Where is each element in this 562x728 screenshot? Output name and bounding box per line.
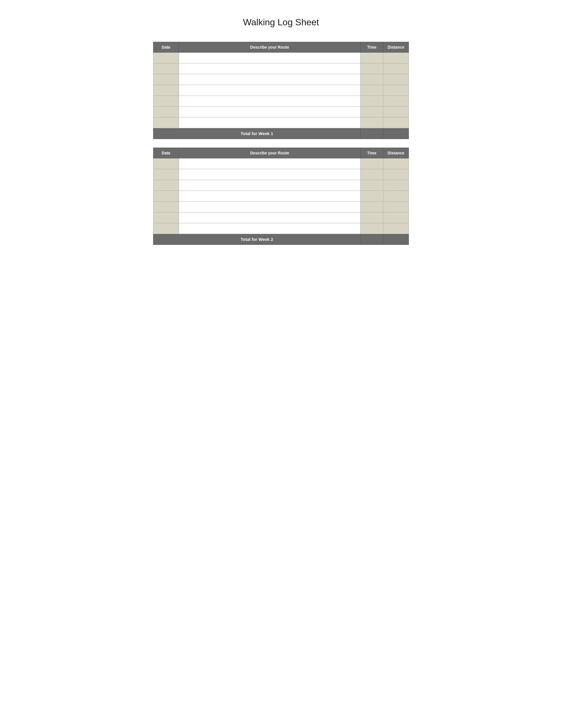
time-cell[interactable]	[360, 74, 383, 85]
week2-total-label: Total for Week 2	[154, 234, 360, 245]
route-cell[interactable]	[179, 169, 360, 180]
table-row	[154, 74, 409, 85]
table-row	[154, 107, 409, 117]
distance-cell[interactable]	[383, 158, 409, 169]
table-row	[154, 212, 409, 223]
time-cell[interactable]	[360, 169, 383, 180]
week2-header-date: Date	[154, 148, 179, 158]
week1-header-date: Date	[154, 42, 179, 53]
week2-header-route: Describe your Route	[179, 148, 360, 158]
table-row	[154, 96, 409, 107]
distance-cell[interactable]	[383, 96, 409, 107]
distance-cell[interactable]	[383, 223, 409, 234]
week2-header-distance: Distance	[383, 148, 409, 158]
week1-header-route: Describe your Route	[179, 42, 360, 53]
route-cell[interactable]	[179, 191, 360, 202]
date-cell[interactable]	[154, 117, 179, 128]
time-cell[interactable]	[360, 53, 383, 63]
date-cell[interactable]	[154, 212, 179, 223]
date-cell[interactable]	[154, 63, 179, 74]
date-cell[interactable]	[154, 107, 179, 117]
week2-header-row: Date Describe your Route Time Distance	[154, 148, 409, 158]
time-cell[interactable]	[360, 96, 383, 107]
date-cell[interactable]	[154, 180, 179, 191]
week1-total-time[interactable]	[360, 128, 383, 139]
table-row	[154, 63, 409, 74]
time-cell[interactable]	[360, 180, 383, 191]
table-row	[154, 85, 409, 96]
distance-cell[interactable]	[383, 169, 409, 180]
table-row	[154, 53, 409, 63]
time-cell[interactable]	[360, 158, 383, 169]
week1-total-row: Total for Week 1	[154, 128, 409, 139]
table-row	[154, 191, 409, 202]
time-cell[interactable]	[360, 191, 383, 202]
date-cell[interactable]	[154, 96, 179, 107]
date-cell[interactable]	[154, 223, 179, 234]
week2-total-time[interactable]	[360, 234, 383, 245]
distance-cell[interactable]	[383, 85, 409, 96]
route-cell[interactable]	[179, 117, 360, 128]
week2-total-distance[interactable]	[383, 234, 409, 245]
distance-cell[interactable]	[383, 63, 409, 74]
table-row	[154, 180, 409, 191]
time-cell[interactable]	[360, 202, 383, 212]
route-cell[interactable]	[179, 74, 360, 85]
distance-cell[interactable]	[383, 74, 409, 85]
distance-cell[interactable]	[383, 180, 409, 191]
distance-cell[interactable]	[383, 107, 409, 117]
route-cell[interactable]	[179, 63, 360, 74]
route-cell[interactable]	[179, 202, 360, 212]
table-row	[154, 158, 409, 169]
page: Walking Log Sheet Date Describe your Rou…	[153, 17, 409, 253]
date-cell[interactable]	[154, 202, 179, 212]
week2-total-row: Total for Week 2	[154, 234, 409, 245]
week1-total-distance[interactable]	[383, 128, 409, 139]
date-cell[interactable]	[154, 158, 179, 169]
table-row	[154, 117, 409, 128]
week1-table: Date Describe your Route Time Distance	[153, 42, 409, 139]
route-cell[interactable]	[179, 85, 360, 96]
date-cell[interactable]	[154, 53, 179, 63]
route-cell[interactable]	[179, 212, 360, 223]
week1-header-row: Date Describe your Route Time Distance	[154, 42, 409, 53]
page-title: Walking Log Sheet	[153, 17, 409, 28]
week2-header-time: Time	[360, 148, 383, 158]
route-cell[interactable]	[179, 180, 360, 191]
distance-cell[interactable]	[383, 212, 409, 223]
time-cell[interactable]	[360, 223, 383, 234]
week2-table: Date Describe your Route Time Distance	[153, 148, 409, 245]
distance-cell[interactable]	[383, 53, 409, 63]
date-cell[interactable]	[154, 169, 179, 180]
time-cell[interactable]	[360, 107, 383, 117]
table-row	[154, 223, 409, 234]
table-row	[154, 202, 409, 212]
date-cell[interactable]	[154, 191, 179, 202]
week1-header-time: Time	[360, 42, 383, 53]
week1-header-distance: Distance	[383, 42, 409, 53]
time-cell[interactable]	[360, 117, 383, 128]
route-cell[interactable]	[179, 107, 360, 117]
time-cell[interactable]	[360, 63, 383, 74]
route-cell[interactable]	[179, 53, 360, 63]
distance-cell[interactable]	[383, 117, 409, 128]
distance-cell[interactable]	[383, 202, 409, 212]
distance-cell[interactable]	[383, 191, 409, 202]
date-cell[interactable]	[154, 85, 179, 96]
time-cell[interactable]	[360, 212, 383, 223]
table-row	[154, 169, 409, 180]
time-cell[interactable]	[360, 85, 383, 96]
route-cell[interactable]	[179, 96, 360, 107]
route-cell[interactable]	[179, 223, 360, 234]
week1-total-label: Total for Week 1	[154, 128, 360, 139]
date-cell[interactable]	[154, 74, 179, 85]
route-cell[interactable]	[179, 158, 360, 169]
